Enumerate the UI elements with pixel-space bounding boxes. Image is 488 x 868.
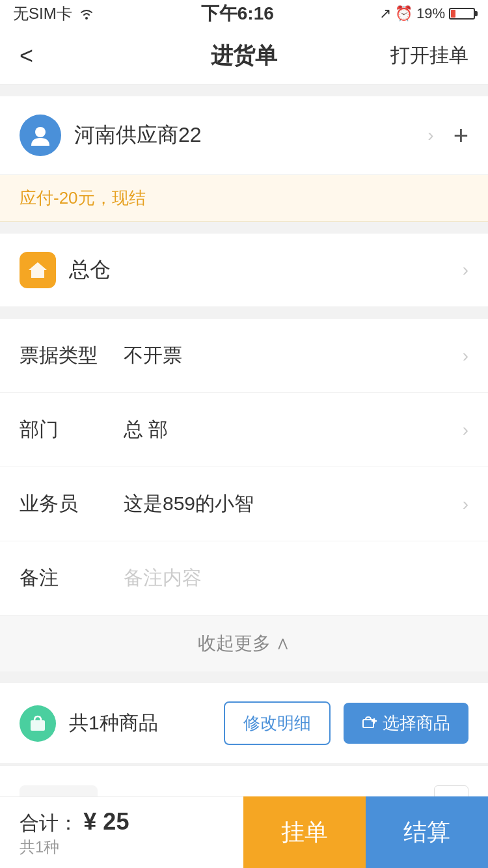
- sales-label: 业务员: [20, 491, 124, 517]
- page-title: 进货单: [211, 41, 277, 71]
- footer: 合计： ¥ 25 共1种 挂单 结算: [0, 796, 488, 868]
- supplier-card: 河南供应商22 › + 应付-20元，现结: [0, 96, 488, 222]
- dept-label: 部门: [20, 416, 124, 443]
- collapse-button[interactable]: 收起更多 ∧: [0, 616, 488, 671]
- edit-detail-button[interactable]: 修改明细: [224, 701, 331, 745]
- remark-row[interactable]: 备注 备注内容: [0, 541, 488, 616]
- bag-icon: [28, 714, 47, 733]
- battery-text: 19%: [416, 5, 445, 22]
- warehouse-icon: [20, 252, 56, 288]
- battery-icon: [449, 8, 475, 20]
- select-product-button[interactable]: 选择商品: [344, 703, 468, 744]
- products-header: 共1种商品 修改明细 选择商品: [0, 683, 488, 764]
- status-right: ↗ ⏰ 19%: [379, 5, 475, 22]
- chevron-right-icon: ›: [463, 346, 468, 366]
- status-bar: 无SIM卡 下午6:16 ↗ ⏰ 19%: [0, 0, 488, 27]
- back-button[interactable]: <: [20, 42, 59, 70]
- invoice-value: 不开票: [124, 342, 463, 369]
- sales-row[interactable]: 业务员 这是859的小智 ›: [0, 467, 488, 541]
- invoice-row[interactable]: 票据类型 不开票 ›: [0, 319, 488, 393]
- sales-value: 这是859的小智: [124, 491, 463, 517]
- alarm-icon: ⏰: [395, 5, 413, 22]
- divider-4: [0, 671, 488, 683]
- cart-add-icon: [362, 716, 377, 731]
- warehouse-name: 总仓: [69, 256, 463, 284]
- supplier-row[interactable]: 河南供应商22 › +: [0, 96, 488, 175]
- total-amount: ¥ 25: [83, 808, 129, 835]
- invoice-label: 票据类型: [20, 342, 124, 369]
- status-time: 下午6:16: [201, 1, 274, 26]
- person-icon: [29, 124, 52, 147]
- avatar: [20, 115, 61, 156]
- status-carrier: 无SIM卡: [13, 3, 96, 24]
- svg-rect-2: [31, 720, 45, 731]
- notice-bar: 应付-20元，现结: [0, 175, 488, 222]
- products-count: 共1种商品: [69, 710, 211, 737]
- footer-total: 合计： ¥ 25 共1种: [0, 796, 243, 868]
- pay-button[interactable]: 结算: [366, 796, 488, 868]
- open-pending-button[interactable]: 打开挂单: [390, 42, 468, 69]
- form-card: 票据类型 不开票 › 部门 总 部 › 业务员 这是859的小智 › 备注 备注…: [0, 319, 488, 671]
- warehouse-row[interactable]: 总仓 ›: [0, 234, 488, 307]
- total-sub: 共1种: [20, 837, 243, 858]
- nav-bar: < 进货单 打开挂单: [0, 27, 488, 85]
- pend-button[interactable]: 挂单: [243, 796, 366, 868]
- chevron-right-icon: ›: [463, 420, 468, 441]
- svg-point-1: [35, 127, 46, 137]
- chevron-right-icon: ›: [463, 260, 468, 280]
- remark-input[interactable]: 备注内容: [124, 565, 468, 591]
- chevron-right-icon: ›: [463, 494, 468, 515]
- supplier-name: 河南供应商22: [74, 121, 427, 150]
- total-label: 合计： ¥ 25: [20, 808, 243, 837]
- home-icon: [27, 260, 48, 280]
- divider-2: [0, 222, 488, 234]
- location-icon: ↗: [379, 5, 391, 22]
- chevron-right-icon: ›: [427, 125, 433, 146]
- add-button[interactable]: +: [454, 121, 468, 150]
- divider-3: [0, 307, 488, 319]
- wifi-icon: [77, 7, 96, 20]
- remark-label: 备注: [20, 565, 124, 591]
- dept-value: 总 部: [124, 416, 463, 443]
- divider-1: [0, 85, 488, 96]
- dept-row[interactable]: 部门 总 部 ›: [0, 393, 488, 467]
- select-product-label: 选择商品: [383, 712, 450, 735]
- svg-point-0: [85, 17, 88, 20]
- cart-icon: [20, 705, 56, 742]
